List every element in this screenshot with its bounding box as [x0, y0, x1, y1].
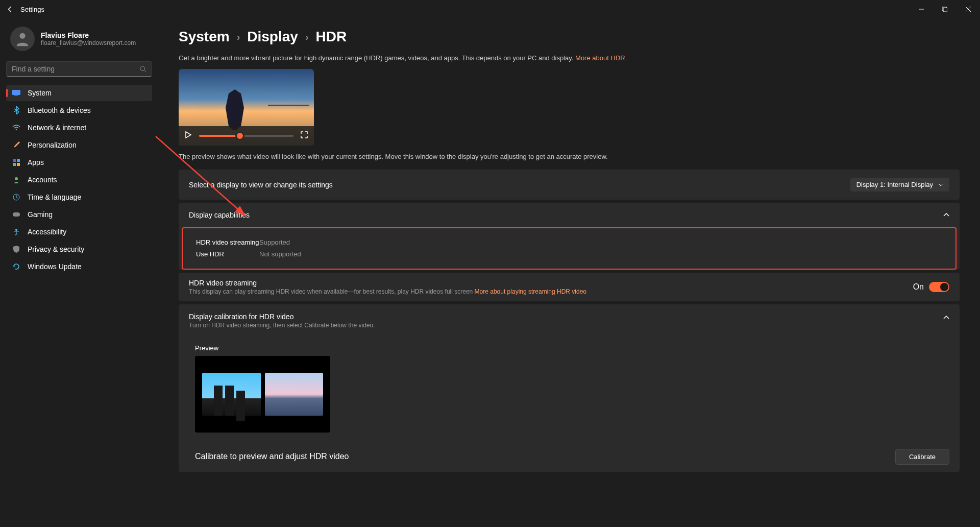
play-button[interactable]	[185, 131, 192, 140]
nav-label: Apps	[28, 158, 44, 166]
gaming-icon	[12, 210, 20, 219]
maximize-icon	[942, 7, 947, 12]
nav-personalization[interactable]: Personalization	[6, 137, 152, 153]
app-title: Settings	[20, 6, 44, 13]
calibrate-row: Calibrate to preview and adjust HDR vide…	[179, 442, 960, 472]
profile-card[interactable]: Flavius Floare floare_flavius@windowsrep…	[6, 22, 152, 55]
video-controls	[179, 126, 314, 146]
accessibility-icon	[12, 228, 20, 236]
profile-name: Flavius Floare	[41, 31, 136, 39]
brush-icon	[12, 141, 20, 149]
toggle-label: On	[913, 282, 924, 292]
select-display-label: Select a display to view or change its s…	[189, 181, 333, 189]
nav-label: Accessibility	[28, 228, 66, 236]
close-button[interactable]	[957, 0, 980, 18]
wifi-icon	[12, 124, 20, 132]
svg-rect-9	[14, 95, 18, 96]
nav-accounts[interactable]: Accounts	[6, 172, 152, 188]
accounts-icon	[12, 176, 20, 184]
crumb-hdr: HDR	[316, 29, 347, 45]
svg-rect-10	[13, 159, 16, 162]
arrow-left-icon	[7, 6, 14, 13]
nav-privacy[interactable]: Privacy & security	[6, 241, 152, 257]
cap-label: Use HDR	[196, 248, 259, 260]
cap-value: Supported	[259, 236, 290, 248]
select-display-card: Select a display to view or change its s…	[179, 170, 960, 200]
nav-label: Personalization	[28, 141, 77, 149]
nav-label: Privacy & security	[28, 245, 84, 253]
capabilities-header[interactable]: Display capabilities	[179, 203, 960, 227]
apps-icon	[12, 158, 20, 166]
svg-rect-8	[12, 90, 20, 95]
calibration-card: Display calibration for HDR video Turn o…	[179, 304, 960, 472]
shield-icon	[12, 245, 20, 253]
person-icon	[14, 30, 31, 47]
crumb-system[interactable]: System	[179, 29, 230, 45]
display-dropdown-value: Display 1: Internal Display	[856, 181, 933, 188]
avatar	[10, 27, 35, 51]
nav-label: Gaming	[28, 210, 53, 219]
nav-label: Time & language	[28, 193, 81, 201]
calibrate-button[interactable]: Calibrate	[895, 449, 949, 465]
nav-label: Network & internet	[28, 124, 86, 132]
nav-label: Windows Update	[28, 262, 82, 271]
svg-rect-11	[17, 159, 20, 162]
nav-accessibility[interactable]: Accessibility	[6, 224, 152, 240]
display-dropdown[interactable]: Display 1: Internal Display	[850, 178, 949, 191]
svg-point-5	[19, 33, 25, 39]
fullscreen-button[interactable]	[301, 131, 308, 140]
more-about-hdr-link[interactable]: More about HDR	[575, 54, 625, 62]
nav-bluetooth[interactable]: Bluetooth & devices	[6, 102, 152, 118]
brightness-slider[interactable]	[199, 135, 293, 137]
chevron-right-icon: ›	[305, 31, 309, 43]
hdr-streaming-desc: This display can play streaming HDR vide…	[189, 288, 586, 295]
play-icon	[185, 131, 192, 138]
chevron-down-icon	[938, 183, 943, 186]
search-box[interactable]	[6, 61, 152, 77]
capabilities-body: HDR video streaming Supported Use HDR No…	[182, 227, 957, 270]
hdr-streaming-title: HDR video streaming	[189, 279, 586, 287]
hdr-streaming-toggle[interactable]	[929, 282, 949, 292]
crumb-display[interactable]: Display	[247, 29, 298, 45]
preview-note: The preview shows what video will look l…	[179, 153, 960, 160]
svg-rect-2	[943, 8, 947, 12]
preview-thumb-city	[202, 373, 261, 416]
chevron-right-icon: ›	[237, 31, 240, 43]
nav-time[interactable]: Time & language	[6, 189, 152, 205]
nav-label: Bluetooth & devices	[28, 106, 91, 114]
cap-row-use-hdr: Use HDR Not supported	[196, 248, 942, 260]
nav-network[interactable]: Network & internet	[6, 119, 152, 136]
calibration-title: Display calibration for HDR video	[189, 313, 375, 321]
nav-list: System Bluetooth & devices Network & int…	[6, 85, 152, 275]
nav-system[interactable]: System	[6, 85, 152, 101]
capabilities-title: Display capabilities	[189, 211, 250, 219]
chevron-up-icon	[943, 213, 949, 217]
cap-label: HDR video streaming	[196, 236, 259, 248]
profile-email: floare_flavius@windowsreport.com	[41, 39, 136, 46]
nav-apps[interactable]: Apps	[6, 154, 152, 171]
nav-gaming[interactable]: Gaming	[6, 206, 152, 223]
system-icon	[12, 89, 20, 97]
calibration-header[interactable]: Display calibration for HDR video Turn o…	[179, 304, 960, 337]
nav-label: System	[28, 89, 52, 97]
slider-thumb[interactable]	[235, 131, 244, 140]
minimize-icon	[919, 7, 924, 12]
search-icon	[139, 65, 146, 73]
update-icon	[12, 262, 20, 271]
minimize-button[interactable]	[910, 0, 933, 18]
svg-line-7	[144, 70, 146, 73]
svg-point-17	[15, 229, 17, 231]
back-button[interactable]	[4, 3, 16, 15]
preview-label: Preview	[179, 337, 960, 356]
nav-update[interactable]: Windows Update	[6, 258, 152, 275]
breadcrumb: System › Display › HDR	[179, 29, 960, 45]
calibration-preview	[195, 356, 330, 433]
svg-point-14	[15, 177, 18, 180]
preview-video	[179, 69, 314, 146]
clock-icon	[12, 193, 20, 201]
more-about-streaming-link[interactable]: More about playing streaming HDR video	[475, 288, 586, 295]
cap-value: Not supported	[259, 248, 301, 260]
search-input[interactable]	[12, 65, 139, 73]
calibrate-label: Calibrate to preview and adjust HDR vide…	[195, 452, 349, 461]
maximize-button[interactable]	[933, 0, 957, 18]
